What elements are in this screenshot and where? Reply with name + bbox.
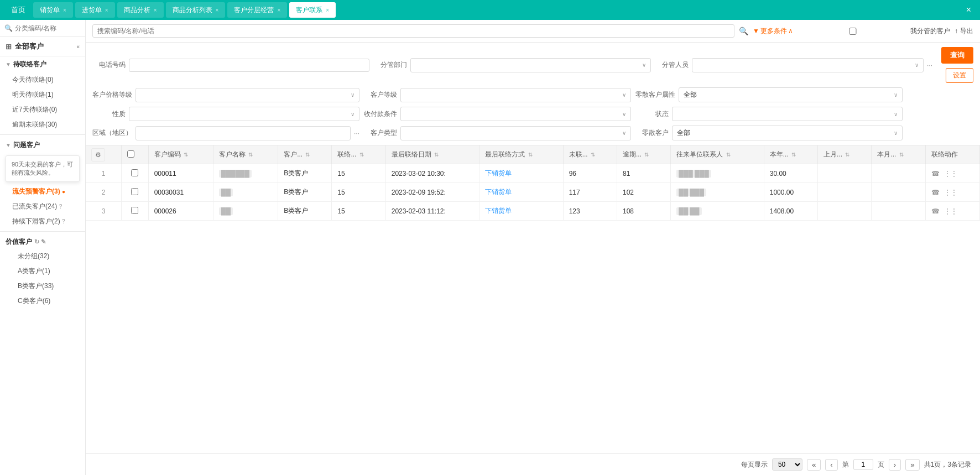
col-last-method[interactable]: 最后联络方式 ⇅	[479, 145, 563, 164]
sidebar-all-customers[interactable]: ⊞ 全部客户 «	[0, 37, 85, 56]
row-action-cell[interactable]: ☎ ⋮⋮	[925, 202, 979, 221]
my-customers-checkbox[interactable]: 我分管的客户	[797, 27, 950, 36]
row-checkbox[interactable]	[131, 169, 138, 176]
filter-price-grade-select[interactable]: ∨	[135, 88, 359, 102]
sidebar-item-overdue-pending[interactable]: 逾期未联络(30)	[0, 117, 85, 132]
filter-status-select[interactable]: ∨	[672, 107, 903, 121]
row-checkbox-cell[interactable]	[122, 202, 148, 221]
tab-close-icon[interactable]: ×	[277, 7, 280, 13]
col-link-person[interactable]: 往来单位联系人 ⇅	[671, 145, 764, 164]
contact-action-icon[interactable]: ☎	[931, 189, 940, 196]
col-last-month[interactable]: 上月... ⇅	[818, 145, 872, 164]
tab-close-icon[interactable]: ×	[216, 7, 219, 13]
page-number-input[interactable]	[853, 459, 873, 470]
select-all-checkbox[interactable]	[127, 150, 134, 158]
col-not-contact[interactable]: 未联... ⇅	[563, 145, 617, 164]
sort-icon: ⇅	[248, 152, 253, 158]
col-code[interactable]: 客户编码 ⇅	[148, 145, 213, 164]
page-label-prefix: 第	[842, 460, 849, 469]
tab-customer-contact[interactable]: 客户联系 ×	[289, 2, 336, 18]
window-close-button[interactable]: ×	[962, 5, 976, 15]
row-last-method-cell[interactable]: 下销货单	[479, 164, 563, 183]
tab-close-icon[interactable]: ×	[63, 7, 66, 13]
next-page-button[interactable]: ›	[889, 459, 901, 471]
last-page-button[interactable]: »	[905, 459, 919, 471]
query-button[interactable]: 查询	[941, 47, 973, 64]
search-input[interactable]	[92, 24, 734, 38]
page-size-select[interactable]: 50 100 200	[772, 458, 802, 471]
col-this-year[interactable]: 本年... ⇅	[764, 145, 817, 164]
export-button[interactable]: ↑ 导出	[955, 27, 973, 36]
tab-customer-layer[interactable]: 客户分层经营 ×	[227, 2, 287, 18]
last-method-link[interactable]: 下销货单	[485, 169, 512, 177]
filter-grade-select[interactable]: ∨	[400, 88, 631, 102]
value-customer-header[interactable]: 价值客户 ↻ ✎	[6, 237, 80, 247]
tab-product-analysis[interactable]: 商品分析 ×	[117, 2, 164, 18]
sidebar-item-ungrouped[interactable]: 未分组(32)	[6, 249, 80, 264]
filter-dept-select[interactable]: ∨	[410, 58, 651, 72]
row-checkbox-cell[interactable]	[122, 164, 148, 183]
filter-zero-attr-select[interactable]: 全部 ∨	[679, 87, 903, 102]
row-action-cell[interactable]: ☎ ⋮⋮	[925, 164, 979, 183]
last-method-link[interactable]: 下销货单	[485, 207, 512, 215]
tab-purchase-order[interactable]: 进货单 ×	[75, 2, 115, 18]
col-this-month[interactable]: 本月... ⇅	[872, 145, 925, 164]
col-contact-count[interactable]: 联络... ⇅	[332, 145, 385, 164]
col-settings[interactable]: ⚙	[86, 145, 122, 164]
filter-cust-type-select[interactable]: ∨	[400, 126, 631, 140]
filter-region-select[interactable]	[135, 126, 351, 140]
row-last-method-cell[interactable]: 下销货单	[479, 183, 563, 202]
first-page-button[interactable]: «	[807, 459, 821, 471]
col-last-date[interactable]: 最后联络日期 ⇅	[385, 145, 479, 164]
sidebar-item-churn-warning[interactable]: 流失预警客户(3) ●	[0, 184, 85, 199]
sidebar-item-class-b[interactable]: B类客户(33)	[6, 279, 80, 294]
sidebar-item-7days-pending[interactable]: 近7天待联络(0)	[0, 102, 85, 117]
sidebar-item-declining[interactable]: 持续下滑客户(2) ?	[0, 214, 85, 229]
sidebar-item-class-c[interactable]: C类客户(6)	[6, 294, 80, 309]
filter-phone-input[interactable]	[129, 59, 369, 72]
col-name[interactable]: 客户名称 ⇅	[213, 145, 278, 164]
filter-nature-select[interactable]: ∨	[129, 107, 359, 121]
row-not-contact-cell: 123	[563, 202, 617, 221]
tab-product-analysis-list[interactable]: 商品分析列表 ×	[166, 2, 226, 18]
sidebar-section-pending[interactable]: ▼ 待联络客户	[0, 56, 85, 72]
settings-button[interactable]: 设置	[946, 68, 973, 83]
filter-region-dots[interactable]: ···	[354, 129, 359, 137]
more-action-icon[interactable]: ⋮⋮	[944, 170, 957, 178]
col-overdue[interactable]: 逾期... ⇅	[617, 145, 670, 164]
table-settings-icon[interactable]: ⚙	[91, 148, 105, 161]
collapse-icon[interactable]: «	[76, 44, 80, 50]
last-method-link[interactable]: 下销货单	[485, 188, 512, 196]
search-button[interactable]: 🔍	[739, 27, 748, 35]
more-action-icon[interactable]: ⋮⋮	[944, 189, 957, 196]
more-action-icon[interactable]: ⋮⋮	[944, 207, 957, 215]
col-cust-type[interactable]: 客户... ⇅	[278, 145, 332, 164]
row-checkbox[interactable]	[131, 207, 138, 214]
filter-manager-select[interactable]: ∨	[692, 58, 924, 72]
sort-icon: ⇅	[528, 152, 533, 158]
sidebar-item-tomorrow-pending[interactable]: 明天待联络(1)	[0, 87, 85, 102]
tab-close-icon[interactable]: ×	[326, 7, 329, 13]
row-checkbox[interactable]	[131, 188, 138, 195]
sidebar-item-today-pending[interactable]: 今天待联络(0)	[0, 72, 85, 87]
home-button[interactable]: 首页	[4, 0, 32, 20]
sidebar-item-churned[interactable]: 已流失客户(24) ?	[0, 199, 85, 214]
tab-close-icon[interactable]: ×	[154, 7, 157, 13]
more-conditions-button[interactable]: ▼ 更多条件 ∧	[753, 27, 793, 36]
row-last-method-cell[interactable]: 下销货单	[479, 202, 563, 221]
tab-sales-order[interactable]: 销货单 ×	[33, 2, 73, 18]
my-customers-check[interactable]	[797, 28, 908, 35]
row-action-cell[interactable]: ☎ ⋮⋮	[925, 183, 979, 202]
sidebar-section-problem[interactable]: ▼ 问题客户	[0, 137, 85, 153]
tab-close-icon[interactable]: ×	[105, 7, 108, 13]
filter-zero-customer-select[interactable]: 全部 ∨	[672, 126, 903, 140]
prev-page-button[interactable]: ‹	[825, 459, 837, 471]
sidebar-search-input[interactable]	[15, 24, 86, 32]
sidebar-item-class-a[interactable]: A类客户(1)	[6, 264, 80, 279]
row-checkbox-cell[interactable]	[122, 183, 148, 202]
col-checkbox[interactable]	[122, 145, 148, 164]
contact-action-icon[interactable]: ☎	[931, 170, 940, 178]
contact-action-icon[interactable]: ☎	[931, 207, 940, 215]
filter-dots-button[interactable]: ···	[927, 61, 932, 69]
filter-payment-select[interactable]: ∨	[400, 107, 631, 121]
